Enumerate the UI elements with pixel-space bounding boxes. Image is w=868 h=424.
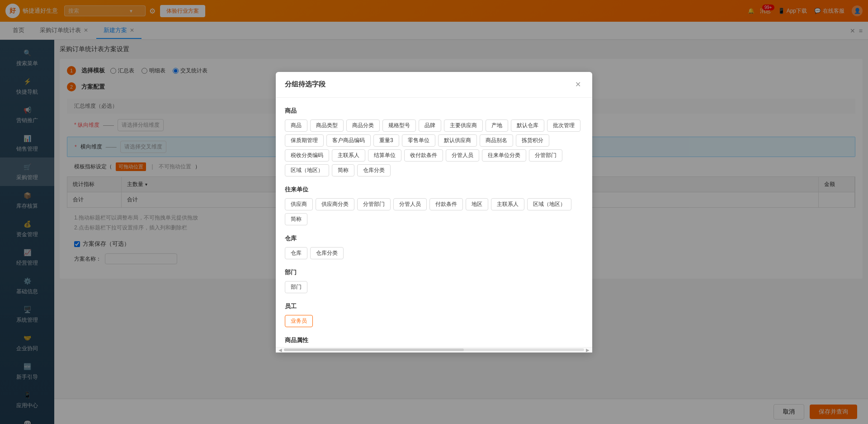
field-group-dept-title: 部门	[285, 268, 583, 276]
modal-header: 分组待选字段 ✕	[276, 72, 592, 98]
field-tag-weight3[interactable]: 重量3	[373, 134, 399, 147]
modal-hscroll: ◀ ▶	[276, 347, 592, 353]
field-tag-region[interactable]: 区域（地区）	[285, 164, 329, 176]
employee-field-tags: 业务员	[285, 315, 583, 327]
field-group-product-attr-title: 商品属性	[285, 336, 583, 344]
field-tag-retail-unit[interactable]: 零售单位	[402, 134, 435, 147]
warehouse-field-tags: 仓库 仓库分类	[285, 247, 583, 259]
field-tag-wh-category[interactable]: 仓库分类	[357, 164, 391, 176]
field-tag-tax-code[interactable]: 税收分类编码	[285, 149, 329, 162]
field-group-employee: 员工 业务员	[285, 302, 583, 327]
field-tag-default-warehouse[interactable]: 默认仓库	[511, 119, 544, 132]
field-group-warehouse-title: 仓库	[285, 234, 583, 243]
field-tag-department[interactable]: 部门	[285, 281, 307, 293]
field-tag-brand[interactable]: 品牌	[419, 119, 441, 132]
field-tag-short-name2[interactable]: 简称	[285, 213, 307, 225]
field-tag-supplier[interactable]: 供应商	[285, 198, 313, 210]
field-tag-customer-code[interactable]: 客户商品编码	[326, 134, 371, 147]
field-tag-area[interactable]: 地区	[466, 198, 488, 210]
field-group-employee-title: 员工	[285, 302, 583, 310]
modal-overlay: 分组待选字段 ✕ 商品 商品 商品类型 商品分类 规格型号 品牌 主要供应商 产…	[0, 0, 868, 424]
hscroll-track	[284, 348, 584, 351]
field-tag-partner-category[interactable]: 往来单位分类	[482, 149, 526, 162]
field-tag-main-contact[interactable]: 主联系人	[332, 149, 365, 162]
field-tag-salesperson[interactable]: 业务员	[285, 315, 313, 327]
field-tag-short-name[interactable]: 简称	[332, 164, 354, 176]
field-tag-settlement-unit[interactable]: 结算单位	[368, 149, 401, 162]
dept-field-tags: 部门	[285, 281, 583, 293]
hscroll-left-btn[interactable]: ◀	[278, 348, 282, 353]
field-tag-supplier-category[interactable]: 供应商分类	[316, 198, 354, 210]
field-tag-batch-mgmt[interactable]: 批次管理	[547, 119, 580, 132]
hscroll-right-btn[interactable]: ▶	[586, 348, 590, 353]
field-tag-origin[interactable]: 产地	[486, 119, 508, 132]
field-tag-shelf-life[interactable]: 保质期管理	[285, 134, 324, 147]
field-group-product-title: 商品	[285, 107, 583, 115]
field-tag-product-type[interactable]: 商品类型	[310, 119, 344, 132]
field-tag-partner-dept[interactable]: 分管部门	[357, 198, 391, 210]
field-tag-payment-terms[interactable]: 收付款条件	[404, 149, 443, 162]
field-tag-main-supplier[interactable]: 主要供应商	[444, 119, 483, 132]
field-selection-modal: 分组待选字段 ✕ 商品 商品 商品类型 商品分类 规格型号 品牌 主要供应商 产…	[276, 72, 592, 353]
field-group-product-attr: 商品属性 属性 颜色 多规格 尺码 鞋码 1	[285, 336, 583, 347]
field-tag-warehouse[interactable]: 仓库	[285, 247, 307, 259]
modal-body[interactable]: 商品 商品 商品类型 商品分类 规格型号 品牌 主要供应商 产地 默认仓库 批次…	[276, 98, 592, 347]
field-group-dept: 部门 部门	[285, 268, 583, 293]
product-field-tags: 商品 商品类型 商品分类 规格型号 品牌 主要供应商 产地 默认仓库 批次管理 …	[285, 119, 583, 176]
field-group-warehouse: 仓库 仓库 仓库分类	[285, 234, 583, 259]
field-tag-default-supplier[interactable]: 默认供应商	[438, 134, 477, 147]
field-tag-main-contact2[interactable]: 主联系人	[491, 198, 524, 210]
field-tag-pay-terms[interactable]: 付款条件	[429, 198, 463, 210]
field-group-partner-title: 往来单位	[285, 186, 583, 194]
field-tag-product-alias[interactable]: 商品别名	[480, 134, 513, 147]
field-tag-product[interactable]: 商品	[285, 119, 307, 132]
field-tag-supervisor[interactable]: 分管人员	[446, 149, 479, 162]
field-tag-pick-points[interactable]: 拣货积分	[516, 134, 549, 147]
field-tag-spec-model[interactable]: 规格型号	[382, 119, 416, 132]
hscroll-thumb[interactable]	[284, 348, 464, 351]
modal-close-button[interactable]: ✕	[572, 79, 583, 90]
field-tag-wh-cat[interactable]: 仓库分类	[310, 247, 344, 259]
field-group-partner: 往来单位 供应商 供应商分类 分管部门 分管人员 付款条件 地区 主联系人 区域…	[285, 186, 583, 225]
field-tag-product-category[interactable]: 商品分类	[346, 119, 380, 132]
field-tag-dept[interactable]: 分管部门	[529, 149, 562, 162]
field-tag-region2[interactable]: 区域（地区）	[527, 198, 571, 210]
partner-field-tags: 供应商 供应商分类 分管部门 分管人员 付款条件 地区 主联系人 区域（地区） …	[285, 198, 583, 225]
field-group-product: 商品 商品 商品类型 商品分类 规格型号 品牌 主要供应商 产地 默认仓库 批次…	[285, 107, 583, 176]
modal-title: 分组待选字段	[285, 80, 326, 89]
field-tag-partner-person[interactable]: 分管人员	[393, 198, 427, 210]
